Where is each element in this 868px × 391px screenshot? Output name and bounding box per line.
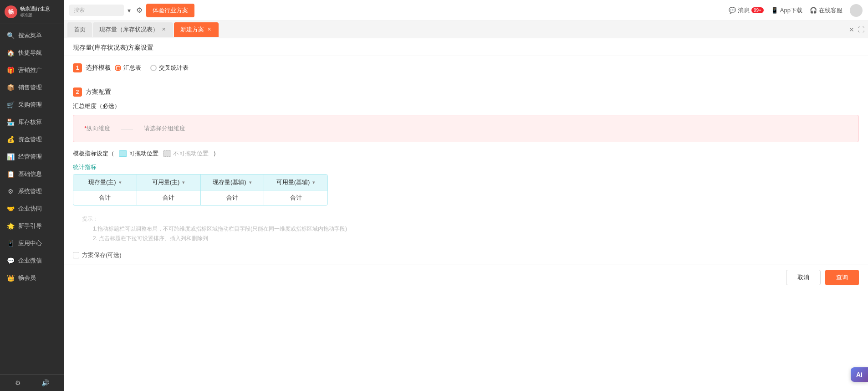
nav-icon-quick-nav: 🏠	[6, 49, 15, 57]
dropdown-button[interactable]: ▾	[128, 7, 131, 14]
sidebar-item-member[interactable]: 👑 畅会员	[0, 269, 64, 287]
bottom-bar: 取消 查询	[64, 264, 868, 291]
tab-home-label: 首页	[74, 26, 86, 34]
cell-0-2: 合计	[201, 190, 265, 205]
nav-icon-purchase: 🛒	[6, 101, 15, 109]
stats-table-row-0: 合计 合计 合计 合计	[73, 190, 327, 205]
template-radio-group: 汇总表 交叉统计表	[115, 64, 189, 72]
divider-1	[73, 80, 859, 80]
topbar-right: 💬 消息 99+ 📱 App下载 🎧 在线客服	[729, 4, 863, 17]
radio-cross-label: 交叉统计表	[159, 64, 189, 72]
topbar-left: 搜索 ▾ ⚙ 体验行业方案	[69, 4, 725, 17]
movable-label: 可拖动位置	[129, 149, 158, 158]
col-label-2: 现存量(基辅)	[213, 178, 246, 186]
tab-home[interactable]: 首页	[67, 22, 92, 37]
tab-inventory-status[interactable]: 现存量（库存状况表） ✕	[93, 22, 173, 37]
stats-section-label: 统计指标	[73, 163, 859, 171]
sidebar-logo: 畅 畅康通好生意 标准版	[0, 0, 64, 24]
step2-title-row: 2 方案配置	[73, 87, 859, 97]
panel-title: 现存量(库存状况表)方案设置	[73, 44, 153, 51]
col-header-3[interactable]: 可用量(基辅) ▾	[264, 175, 327, 190]
nav-icon-sales: 📦	[6, 83, 15, 92]
step2-badge: 2	[73, 87, 82, 97]
dimension-section-label: 汇总维度（必选）	[73, 102, 859, 110]
app-name: 畅康通好生意	[20, 5, 50, 12]
radio-summary-label: 汇总表	[123, 64, 141, 72]
nav-icon-enterprise: 🤝	[6, 205, 15, 213]
sidebar-nav: 🔍 搜索菜单 🏠 快捷导航 🎁 营销推广 📦 销售管理 🛒 采购管理 🏪 库存核…	[0, 24, 64, 374]
tab-inventory-status-label: 现存量（库存状况表）	[99, 26, 158, 34]
app-download-icon: 📱	[771, 7, 778, 14]
topbar: 搜索 ▾ ⚙ 体验行业方案 💬 消息 99+ 📱 App下载 🎧 在线客服	[64, 0, 868, 21]
tab-new-plan[interactable]: 新建方案 ✕	[174, 22, 219, 37]
sidebar-item-system[interactable]: ⚙ 系统管理	[0, 183, 64, 200]
app-download-item[interactable]: 📱 App下载	[771, 6, 802, 15]
query-button[interactable]: 查询	[825, 270, 859, 285]
nav-icon-finance: 💰	[6, 135, 15, 144]
step2-section: 2 方案配置 汇总维度（必选） *纵向维度 —— 请选择分组维度 模板指标设定（…	[73, 87, 859, 244]
sidebar-item-sales[interactable]: 📦 销售管理	[0, 79, 64, 96]
sidebar-item-basic-info[interactable]: 📋 基础信息	[0, 165, 64, 183]
non-movable-label: 不可拖动位置	[173, 149, 209, 158]
tab-new-plan-close-icon[interactable]: ✕	[206, 26, 212, 33]
nav-label-sales: 销售管理	[18, 83, 42, 92]
settings-icon[interactable]: ⚙	[15, 379, 21, 386]
cancel-button[interactable]: 取消	[786, 270, 821, 285]
sidebar-item-marketing[interactable]: 🎁 营销推广	[0, 62, 64, 79]
tab-new-plan-label: 新建方案	[180, 26, 204, 34]
sidebar-item-quick-nav[interactable]: 🏠 快捷导航	[0, 44, 64, 62]
sidebar-item-new-user[interactable]: 🌟 新手引导	[0, 217, 64, 235]
logo-text-block: 畅康通好生意 标准版	[20, 5, 50, 18]
content-area: 现存量(库存状况表)方案设置 1 选择模板 汇总表 交叉统计表	[64, 38, 868, 391]
sidebar-item-finance[interactable]: 💰 资金管理	[0, 131, 64, 148]
non-movable-indicator: 不可拖动位置	[163, 149, 209, 158]
online-service-item[interactable]: 🎧 在线客服	[810, 6, 842, 15]
sidebar-item-inventory[interactable]: 🏪 库存核算	[0, 113, 64, 131]
sidebar-item-purchase[interactable]: 🛒 采购管理	[0, 96, 64, 113]
gear-button[interactable]: ⚙	[136, 6, 143, 15]
user-avatar[interactable]	[850, 4, 863, 17]
col-header-0[interactable]: 现存量(主) ▾	[73, 175, 137, 190]
tab-inventory-close-icon[interactable]: ✕	[160, 26, 167, 33]
col-header-1[interactable]: 可用量(主) ▾	[137, 175, 201, 190]
panel-header: 现存量(库存状况表)方案设置	[64, 38, 868, 56]
chevron-icon-1: ▾	[182, 180, 185, 185]
col-label-1: 可用量(主)	[152, 178, 180, 186]
nav-label-basic-info: 基础信息	[18, 170, 42, 178]
sidebar-item-search[interactable]: 🔍 搜索菜单	[0, 27, 64, 44]
expand-panel-button[interactable]: ⛶	[858, 26, 864, 33]
headphone-icon: 🎧	[810, 7, 817, 14]
sidebar-item-business[interactable]: 📊 经营管理	[0, 148, 64, 165]
radio-summary[interactable]: 汇总表	[115, 64, 141, 72]
sidebar-item-enterprise[interactable]: 🤝 企业协同	[0, 200, 64, 217]
sidebar-item-app-center[interactable]: 📱 应用中心	[0, 235, 64, 252]
search-bar[interactable]: 搜索	[69, 5, 124, 16]
nav-icon-new-user: 🌟	[6, 222, 15, 230]
tip-title: 提示：	[82, 216, 98, 222]
nav-label-enterprise: 企业协同	[18, 205, 42, 213]
nav-icon-basic-info: 📋	[6, 170, 15, 178]
radio-cross-circle	[150, 65, 157, 71]
close-panel-button[interactable]: ✕	[849, 26, 854, 33]
trial-button[interactable]: 体验行业方案	[146, 4, 194, 17]
stats-table-header: 现存量(主) ▾ 可用量(主) ▾ 现存量(基辅) ▾ 可用量(基辅) ▾	[73, 175, 327, 190]
audio-icon[interactable]: 🔊	[41, 379, 49, 386]
online-service-label: 在线客服	[819, 6, 842, 15]
message-item[interactable]: 💬 消息 99+	[729, 6, 764, 15]
dimension-box[interactable]: *纵向维度 —— 请选择分组维度	[73, 115, 859, 142]
sidebar-item-enterprise-wechat[interactable]: 💬 企业微信	[0, 252, 64, 269]
step1-label: 选择模板	[86, 64, 111, 72]
save-option-label: 方案保存(可选)	[82, 251, 122, 259]
sidebar-footer: ⚙ 🔊	[0, 374, 64, 391]
step1-badge: 1	[73, 63, 82, 72]
col-header-2[interactable]: 现存量(基辅) ▾	[201, 175, 265, 190]
radio-summary-circle	[115, 65, 121, 71]
save-checkbox[interactable]	[73, 252, 79, 258]
col-label-0: 现存量(主)	[88, 178, 116, 186]
ai-assistant-button[interactable]: Ai	[851, 367, 868, 382]
nav-icon-marketing: 🎁	[6, 66, 15, 74]
nav-icon-search: 🔍	[6, 31, 15, 40]
radio-cross[interactable]: 交叉统计表	[150, 64, 189, 72]
indicator-settings-label: 模板指标设定（	[73, 149, 114, 158]
movable-indicator: 可拖动位置	[119, 149, 158, 158]
